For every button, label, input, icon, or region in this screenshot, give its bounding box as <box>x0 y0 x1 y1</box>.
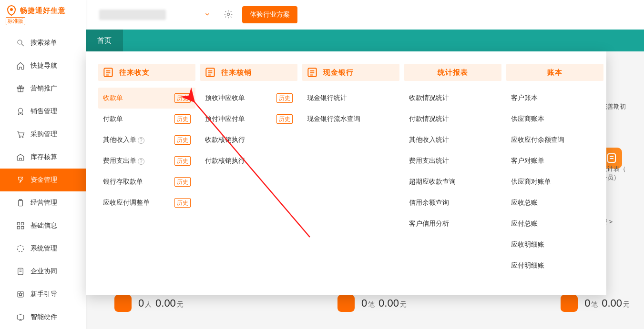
sidebar-item-label: 库存核算 <box>31 153 57 161</box>
svg-point-0 <box>10 8 13 11</box>
sidebar-item-loader[interactable]: 系统管理 <box>0 237 86 260</box>
mega-entry[interactable]: 预付冲应付单历史 <box>200 109 297 130</box>
sidebar-item-doc[interactable]: 企业协同 <box>0 260 86 283</box>
mega-entry[interactable]: 客户对账单 <box>506 150 603 171</box>
mega-entry-label: 收款核销执行 <box>205 136 245 144</box>
brand-subtitle: 标准版 <box>6 17 25 25</box>
history-badge[interactable]: 历史 <box>276 114 293 124</box>
topbar: 体验行业方案 <box>86 0 644 30</box>
sidebar-item-warehouse[interactable]: 库存核算 <box>0 146 86 169</box>
mega-entry-label: 现金银行统计 <box>307 94 347 102</box>
mega-entry[interactable]: 信用余额查询 <box>404 192 501 213</box>
mega-column: 账本客户账本供应商账本应收应付余额查询客户对账单供应商对账单应收总账应付总账应收… <box>506 64 603 276</box>
mega-entry-label: 应收明细账 <box>511 240 544 249</box>
sidebar-item-label: 采购管理 <box>31 130 57 139</box>
mega-entry-label: 应付明细账 <box>511 261 544 270</box>
svg-line-2 <box>21 44 24 46</box>
stat-icon <box>114 295 132 312</box>
sidebar-item-cart[interactable]: 采购管理 <box>0 123 86 146</box>
right-shortcuts: 完善期初 统计表（ 务员） 报 > <box>601 51 644 237</box>
mega-entry[interactable]: 应收明细账 <box>506 234 603 255</box>
sidebar-nav: 搜索菜单快捷导航营销推广销售管理采购管理库存核算资金管理经营管理基础信息系统管理… <box>0 27 86 329</box>
mega-entry[interactable]: 供应商账本 <box>506 109 603 130</box>
mega-entry[interactable]: 付款单历史 <box>98 109 195 130</box>
tab-bar: 首页 <box>86 30 644 51</box>
mega-entry-label: 应收应付余额查询 <box>511 136 564 144</box>
mega-entry-label: 付款单 <box>103 115 123 123</box>
mega-entry-label: 供应商账本 <box>511 115 544 123</box>
stat-card: 0人 0.00元 <box>114 295 184 312</box>
mega-entry[interactable]: 收款单历史 <box>98 88 195 109</box>
mega-entry-label: 收款单 <box>103 94 123 102</box>
mega-entry[interactable]: 其他收入统计 <box>404 130 501 150</box>
sidebar-item-money[interactable]: 资金管理 <box>0 169 86 191</box>
sidebar-item-clipboard[interactable]: 经营管理 <box>0 191 86 214</box>
stat-amount: 0.00 <box>155 297 176 309</box>
settings-button[interactable] <box>221 8 235 22</box>
mega-entry-label: 预收冲应收单 <box>205 94 245 102</box>
mega-entry[interactable]: 费用支出统计 <box>404 150 501 171</box>
sidebar: 畅捷通好生意 标准版 搜索菜单快捷导航营销推广销售管理采购管理库存核算资金管理经… <box>0 0 86 329</box>
stat-card: 0笔 0.00元 <box>561 295 630 312</box>
sidebar-item-label: 资金管理 <box>31 176 57 184</box>
mega-entry[interactable]: 银行存取款单历史 <box>98 171 195 192</box>
help-icon[interactable]: ? <box>138 158 144 165</box>
sidebar-item-tv[interactable]: 智能硬件 <box>0 306 86 329</box>
mega-entry[interactable]: 应付总账 <box>506 213 603 234</box>
history-badge[interactable]: 历史 <box>174 198 191 208</box>
mega-entry[interactable]: 应收总账 <box>506 192 603 213</box>
sidebar-item-label: 营销推广 <box>31 84 57 93</box>
document-icon <box>305 65 319 80</box>
tab-home[interactable]: 首页 <box>86 30 123 51</box>
mega-entry[interactable]: 其他收入单?历史 <box>98 130 195 150</box>
mega-entry[interactable]: 付款核销执行 <box>200 150 297 171</box>
stat-icon <box>337 295 355 312</box>
sidebar-item-gift[interactable]: 营销推广 <box>0 77 86 100</box>
mega-entry-label: 费用支出单? <box>103 157 144 165</box>
mega-entry[interactable]: 客户账本 <box>506 88 603 109</box>
right-strip-item[interactable]: 报 > <box>601 207 644 237</box>
stats-row: 0人 0.00元0笔 0.00元0笔 0.00元 <box>114 295 630 312</box>
sidebar-item-grid[interactable]: 基础信息 <box>0 214 86 237</box>
mega-entry-label: 超期应收款查询 <box>409 178 456 186</box>
mega-entry[interactable]: 应收应付余额查询 <box>506 130 603 150</box>
right-strip-item[interactable]: 完善期初 <box>601 91 644 122</box>
mega-entry[interactable]: 供应商对账单 <box>506 171 603 192</box>
history-badge[interactable]: 历史 <box>276 93 293 103</box>
help-icon[interactable]: ? <box>138 137 144 144</box>
mega-column: 往来核销预收冲应收单历史预付冲应付单历史收款核销执行付款核销执行 <box>200 64 297 276</box>
doc-icon <box>16 267 25 276</box>
mega-entry[interactable]: 费用支出单?历史 <box>98 150 195 171</box>
gift-icon <box>16 84 25 93</box>
mega-entry[interactable]: 现金银行统计 <box>302 88 399 109</box>
mega-entry[interactable]: 预收冲应收单历史 <box>200 88 297 109</box>
history-badge[interactable]: 历史 <box>174 114 191 124</box>
mega-entry[interactable]: 客户信用分析 <box>404 213 501 234</box>
history-badge[interactable]: 历史 <box>174 156 191 166</box>
org-selector[interactable] <box>95 6 215 23</box>
mega-entry-label: 费用支出统计 <box>409 157 449 165</box>
document-icon <box>203 65 217 80</box>
mega-entry[interactable]: 现金银行流水查询 <box>302 109 399 130</box>
cart-icon <box>16 130 25 139</box>
mega-entry[interactable]: 收款核销执行 <box>200 130 297 150</box>
sidebar-item-star[interactable]: 新手引导 <box>0 283 86 306</box>
mega-entry[interactable]: 付款情况统计 <box>404 109 501 130</box>
history-badge[interactable]: 历史 <box>174 93 191 103</box>
industry-plan-button[interactable]: 体验行业方案 <box>242 6 297 23</box>
sidebar-item-search[interactable]: 搜索菜单 <box>0 31 86 54</box>
grid-icon <box>16 221 25 230</box>
mega-entry[interactable]: 应收应付调整单历史 <box>98 192 195 213</box>
stat-amount: 0.00 <box>378 297 399 309</box>
history-badge[interactable]: 历史 <box>174 177 191 187</box>
stat-count: 0 <box>584 297 590 309</box>
mega-entry[interactable]: 超期应收款查询 <box>404 171 501 192</box>
sidebar-item-badge[interactable]: 销售管理 <box>0 100 86 123</box>
sidebar-item-home[interactable]: 快捷导航 <box>0 54 86 77</box>
mega-entry[interactable]: 收款情况统计 <box>404 88 501 109</box>
svg-rect-10 <box>17 222 20 225</box>
sidebar-item-label: 智能硬件 <box>31 313 57 321</box>
mega-entry[interactable]: 应付明细账 <box>506 255 603 276</box>
mega-entry-label: 信用余额查询 <box>409 199 449 207</box>
history-badge[interactable]: 历史 <box>174 135 191 145</box>
